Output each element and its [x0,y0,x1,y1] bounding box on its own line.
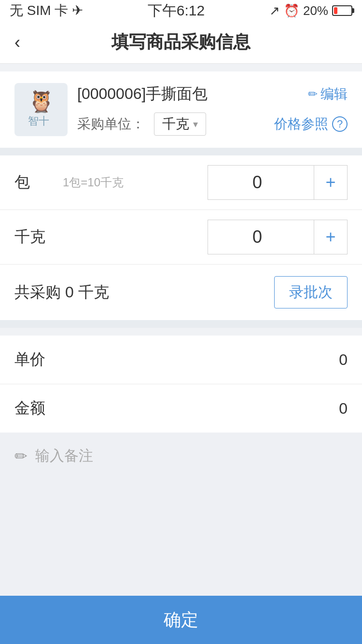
unit-price-label: 单价 [14,349,45,370]
batch-button[interactable]: 录批次 [274,276,348,308]
back-button[interactable]: ‹ [10,28,25,57]
page-title: 填写商品采购信息 [111,30,251,54]
alarm-icon: ⏰ [284,3,299,18]
unit-label: 采购单位： [77,116,145,131]
status-time: 下午6:12 [148,1,205,21]
note-section[interactable]: ✏ 输入备注 [0,433,362,479]
input-section: 包 1包=10千克 + 千克 + [0,155,362,265]
battery-icon [332,5,352,16]
note-placeholder: 输入备注 [35,446,93,466]
kg-input[interactable] [208,220,314,254]
section-divider-2 [0,320,362,328]
kg-input-row: 千克 + [0,210,362,265]
bao-input[interactable] [208,165,314,200]
chevron-down-icon: ▾ [193,118,198,130]
unit-price-value: 0 [339,351,348,369]
info-icon: ? [332,116,348,132]
amount-label: 金额 [14,398,45,419]
kg-plus-button[interactable]: + [314,220,348,254]
product-name-row: [0000006]手撕面包 ✏ 编辑 [77,84,348,105]
unit-left: 采购单位： 千克 ▾ [77,112,206,136]
product-thumbnail: 🦉 智十 [14,83,68,136]
bao-label: 包 [14,172,53,193]
amount-value: 0 [339,400,348,418]
status-bar: 无 SIM 卡 ✈ 下午6:12 ↗ ⏰ 20% [0,0,362,21]
price-ref-button[interactable]: 价格参照 ? [274,115,348,133]
edit-button[interactable]: ✏ 编辑 [308,85,348,103]
unit-select[interactable]: 千克 ▾ [154,112,206,136]
product-name: [0000006]手撕面包 [77,84,208,105]
edit-label: 编辑 [320,85,348,103]
pencil-icon: ✏ [14,447,28,465]
product-card: 🦉 智十 [0000006]手撕面包 ✏ 编辑 采购单位： 千克 ▾ [0,71,362,148]
nav-bar: ‹ 填写商品采购信息 [0,21,362,64]
thumbnail-text: 智十 [28,114,55,128]
owl-icon: 🦉 [28,91,55,112]
edit-icon: ✏ [308,87,318,101]
section-divider-1 [0,148,362,155]
bao-input-row: 包 1包=10千克 + [0,155,362,210]
bao-input-wrap: + [208,165,348,200]
bao-plus-button[interactable]: + [314,165,348,200]
status-right: ↗ ⏰ 20% [269,3,352,18]
location-icon: ↗ [269,3,280,18]
confirm-label: 确定 [164,608,198,632]
bao-sublabel: 1包=10千克 [63,175,124,190]
sim-status: 无 SIM 卡 ✈ [10,1,83,20]
purchase-unit-row: 采购单位： 千克 ▾ 价格参照 ? [77,112,348,136]
price-ref-label: 价格参照 [274,115,328,133]
price-section: 单价 0 金额 0 [0,336,362,433]
summary-text: 共采购 0 千克 [14,282,109,303]
product-info: [0000006]手撕面包 ✏ 编辑 采购单位： 千克 ▾ 价格参照 ? [77,84,348,136]
confirm-button[interactable]: 确定 [0,596,362,644]
battery-percent: 20% [303,3,328,18]
summary-row: 共采购 0 千克 录批次 [0,265,362,320]
unit-value: 千克 [162,115,189,133]
amount-row: 金额 0 [0,384,362,433]
unit-price-row: 单价 0 [0,336,362,384]
kg-input-wrap: + [208,220,348,254]
status-left: 无 SIM 卡 ✈ [10,1,83,20]
kg-label: 千克 [14,226,53,248]
